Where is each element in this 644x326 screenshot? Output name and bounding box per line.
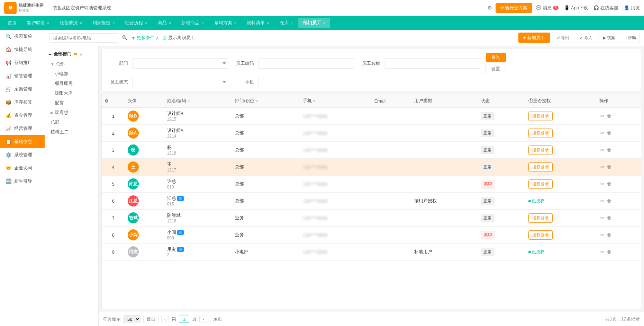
close-tab-icon[interactable]: × [80,21,82,25]
close-tab-icon[interactable]: × [234,21,236,25]
view-label: 视频 [607,35,615,41]
nav-tab-条码方案[interactable]: 条码方案× [209,18,241,28]
delete-button[interactable]: 🗑 [606,113,613,119]
col-phone[interactable]: 手机 [300,94,371,108]
last-page-button[interactable]: 尾页 [210,315,225,323]
delete-button[interactable]: 🗑 [606,249,613,255]
nav-tab-新增商品[interactable]: 新增商品× [176,18,208,28]
trial-button[interactable]: 体验行业方案 [496,3,532,13]
edit-button[interactable]: ✏ [599,113,606,119]
sidebar-item-shortcut[interactable]: 🏠快捷导航 [0,43,45,56]
col-dept[interactable]: 部门/职位 [232,94,300,108]
sidebar-item-collab[interactable]: 🤝企业协同 [0,161,45,175]
auth-button[interactable]: 授权登录 [528,179,553,189]
user-button[interactable]: 👤 用友 [624,5,640,11]
gear-icon[interactable]: ⚙ [487,5,492,11]
app-download-button[interactable]: 📱 App下载 [564,5,588,11]
nav-tab-部门员工[interactable]: 部门员工× [298,18,330,28]
dept-item[interactable]: 植树王二 [45,127,98,137]
auth-button[interactable]: 授权登录 [528,213,553,223]
sidebar-item-purchase[interactable]: 🛒采购管理 [0,82,45,96]
first-page-button[interactable]: 首页 [143,315,158,323]
sidebar-item-finance[interactable]: 💰资金管理 [0,109,45,122]
nav-tab-商品[interactable]: 商品× [153,18,176,28]
close-tab-icon[interactable]: × [323,21,325,25]
dept-item[interactable]: 配货 [45,98,98,108]
sidebar-item-inventory[interactable]: 📦库存核算 [0,96,45,109]
more-filter-button[interactable]: ▼ 更多条件 ∧ [131,35,159,41]
add-employee-button[interactable]: + 新增员工 [518,33,550,43]
auth-button[interactable]: 授权登录 [528,230,553,240]
service-button[interactable]: 🎧 在线客服 [593,5,618,11]
col-name[interactable]: 姓名/编码 [164,94,232,108]
dept-item[interactable]: 沈阳大库 [45,88,98,98]
emp-status-select[interactable] [132,77,229,87]
auth-button[interactable]: 授权登录 [528,112,553,121]
page-size-select[interactable]: 50 [124,315,140,323]
view-button[interactable]: ▶ 视频 [599,33,619,43]
nav-tab-仓库[interactable]: 仓库× [275,18,298,28]
help-button[interactable]: | 帮助 [622,33,640,43]
dept-select[interactable] [132,58,229,69]
dept-item[interactable]: ▼总部 [45,59,98,69]
delete-button[interactable]: 🗑 [606,164,613,170]
sidebar-item-search[interactable]: 🔍搜索菜单 [0,30,45,43]
dept-item[interactable]: 总部 [45,117,98,127]
delete-button[interactable]: 🗑 [606,198,613,204]
delete-button[interactable]: 🗑 [606,147,613,153]
auth-button[interactable]: 授权登录 [528,146,553,155]
edit-button[interactable]: ✏ [599,164,606,170]
close-tab-icon[interactable]: × [201,21,203,25]
auth-button[interactable]: 授权登录 [528,129,553,138]
next-page-button[interactable]: › [199,316,207,323]
edit-button[interactable]: ✏ [599,130,606,136]
sidebar-item-sales[interactable]: 📊销售管理 [0,69,45,82]
close-tab-icon[interactable]: × [145,21,147,25]
nav-tab-客户联络[interactable]: 客户联络× [22,18,54,28]
edit-button[interactable]: ✏ [599,147,606,153]
export-button[interactable]: ↗ 导出 [553,33,573,43]
nav-tab-经营历程[interactable]: 经营历程× [120,18,152,28]
edit-button[interactable]: ✏ [599,215,606,221]
dept-item[interactable]: ▶双鹿想 [45,108,98,117]
auth-button[interactable]: 授权登录 [528,162,553,172]
nav-tab-利润报告[interactable]: 利润报告× [88,18,119,28]
dept-item[interactable]: 项目库房 [45,79,98,88]
dept-item[interactable]: 小电部 [45,69,98,79]
emp-code-input[interactable] [258,58,355,69]
sidebar-item-marketing[interactable]: 📢营销推广 [0,56,45,69]
sidebar-item-system[interactable]: ⚙️系统管理 [0,148,45,161]
search-button[interactable]: 🔍 [122,35,128,41]
emp-name-input[interactable] [384,58,481,69]
edit-button[interactable]: ✏ [599,198,606,204]
close-tab-icon[interactable]: × [267,21,269,25]
close-tab-icon[interactable]: × [291,21,293,25]
close-tab-icon[interactable]: × [47,21,49,25]
show-resign-toggle[interactable]: ☑ 显示离职员工 [163,35,195,41]
message-button[interactable]: 💬 消息 5 [536,5,559,11]
reset-button[interactable]: 设置 [485,64,506,74]
phone-input[interactable] [258,77,355,87]
import-button[interactable]: ↙ 导入 [576,33,596,43]
edit-button[interactable]: ✏ [599,181,606,187]
prev-page-button[interactable]: ‹ [161,316,169,323]
nav-tab-物料清单[interactable]: 物料清单× [242,18,274,28]
query-button[interactable]: 查询 [486,53,506,62]
edit-button[interactable]: ✏ [599,249,606,255]
sidebar-item-guide[interactable]: 🆕新手引导 [0,175,45,188]
close-tab-icon[interactable]: × [112,21,115,25]
nav-tab-经营情况[interactable]: 经营情况× [55,18,87,28]
delete-button[interactable]: 🗑 [606,181,613,187]
row-phone-cell: 138****8888 [300,193,371,210]
nav-tab-首页[interactable]: 首页 [3,18,21,28]
sidebar-item-basic[interactable]: 📋基础信息 [0,135,45,148]
edit-button[interactable]: ✏ [599,232,606,238]
close-tab-icon[interactable]: × [169,21,171,25]
dept-edit-icon[interactable]: ✏ [74,52,78,57]
dept-collapse-icon[interactable]: « [80,52,82,57]
delete-button[interactable]: 🗑 [606,232,613,238]
search-input[interactable] [49,33,118,43]
delete-button[interactable]: 🗑 [606,130,613,136]
sidebar-item-operations[interactable]: 📈经营管理 [0,122,45,135]
delete-button[interactable]: 🗑 [606,215,613,221]
